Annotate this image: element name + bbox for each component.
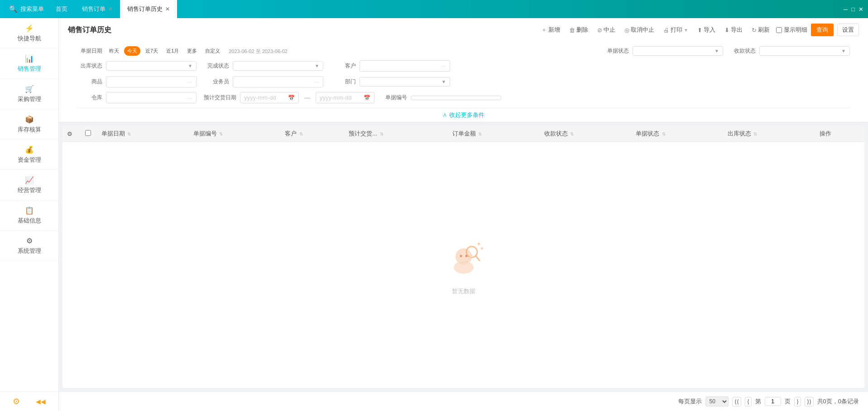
customer-filter-group: 客户 ··· <box>331 60 450 72</box>
tab-home[interactable]: 首页 <box>48 0 75 18</box>
sidebar-item-operations[interactable]: 📈 经营管理 <box>0 170 58 200</box>
collapse-sidebar-icon[interactable]: ◀◀ <box>36 398 46 405</box>
order-status-label: 单据状态 <box>604 47 629 55</box>
col-order-status[interactable]: 单据状态 ⇅ <box>631 126 723 142</box>
outbound-status-select[interactable]: ▼ <box>106 61 197 71</box>
sidebar-item-sys-mgmt[interactable]: ⚙ 系统管理 <box>0 231 58 261</box>
date-btn-last7[interactable]: 近7天 <box>142 46 161 56</box>
delete-button[interactable]: 🗑 删除 <box>566 24 591 36</box>
col-order-no[interactable]: 单据编号 ⇅ <box>189 126 281 142</box>
filter-row-3: 商品 ··· 业务员 ··· 部门 <box>77 76 850 87</box>
collapse-bar[interactable]: ∧ 收起更多条件 <box>77 108 850 122</box>
window-max-btn[interactable]: □ <box>851 6 855 13</box>
col-settings[interactable]: ⚙ <box>62 126 81 142</box>
settings-bottom-icon[interactable]: ⚙ <box>13 396 20 406</box>
customer-dots-icon: ··· <box>441 63 446 69</box>
delivery-date-to[interactable]: yyyy-mm-dd 📅 <box>316 92 374 103</box>
table-container: ⚙ 单据日期 ⇅ 单据编号 ⇅ <box>62 126 864 388</box>
product-label: 商品 <box>77 78 102 86</box>
settings-button[interactable]: 设置 <box>837 24 859 36</box>
select-all-checkbox[interactable] <box>85 130 91 136</box>
date-btn-yesterday[interactable]: 昨天 <box>106 46 122 56</box>
sidebar-item-sales-mgmt[interactable]: 📊 销售管理 <box>0 48 58 79</box>
product-input[interactable]: ··· <box>106 76 197 87</box>
tab-sales-order-history-close[interactable]: ✕ <box>165 6 170 12</box>
first-page-button[interactable]: ⟨⟨ <box>732 397 741 406</box>
sort-receipt-status-icon: ⇅ <box>570 131 574 136</box>
search-icon[interactable]: 🔍 <box>9 5 18 13</box>
sidebar-item-inventory[interactable]: 📦 库存核算 <box>0 109 58 140</box>
date-btn-last1m[interactable]: 近1月 <box>163 46 182 56</box>
tab-sales-order-close[interactable]: ✕ <box>108 6 113 12</box>
search-label[interactable]: 搜索菜单 <box>20 5 44 13</box>
col-expected-delivery[interactable]: 预计交货... ⇅ <box>344 126 447 142</box>
date-btn-today[interactable]: 今天 <box>124 46 140 56</box>
page-title-bar: 销售订单历史 ＋ 新增 🗑 删除 ⊘ 中止 ◎ <box>68 24 859 36</box>
warehouse-input[interactable]: ··· <box>106 92 197 103</box>
customer-input[interactable]: ··· <box>360 60 450 72</box>
purchase-mgmt-icon: 🛒 <box>25 84 34 93</box>
order-no-input[interactable] <box>411 96 501 100</box>
top-bar: 🔍 搜索菜单 首页 销售订单 ✕ 销售订单历史 ✕ ─ □ ✕ <box>0 0 868 18</box>
order-no-filter-group: 单据编号 <box>382 94 501 102</box>
svg-point-2 <box>460 255 462 257</box>
sidebar-item-quick-nav[interactable]: ⚡ 快捷导航 <box>0 18 58 48</box>
department-select[interactable]: ▼ <box>360 77 450 87</box>
per-page-label: 每页显示 <box>678 397 702 406</box>
col-order-amount[interactable]: 订单金额 ⇅ <box>448 126 540 142</box>
window-close-btn[interactable]: ✕ <box>858 6 863 13</box>
sort-order-status-icon: ⇅ <box>662 131 666 136</box>
salesperson-input[interactable]: ··· <box>233 76 323 87</box>
svg-line-5 <box>476 256 480 261</box>
col-settings-icon[interactable]: ⚙ <box>67 131 72 137</box>
date-btn-more[interactable]: 更多 <box>184 46 200 56</box>
inventory-icon: 📦 <box>25 115 34 124</box>
delivery-date-from[interactable]: yyyy-mm-dd 📅 <box>240 92 299 103</box>
empty-text: 暂无数据 <box>452 287 475 295</box>
new-button[interactable]: ＋ 新增 <box>538 24 563 36</box>
print-button[interactable]: 🖨 打印 ▼ <box>661 24 691 36</box>
completion-status-filter-group: 完成状态 ▼ <box>204 61 323 71</box>
page-header: 销售订单历史 ＋ 新增 🗑 删除 ⊘ 中止 ◎ <box>59 18 868 122</box>
date-filter-label: 单据日期 <box>77 47 102 55</box>
col-outbound-status[interactable]: 出库状态 ⇅ <box>723 126 815 142</box>
print-dropdown-icon: ▼ <box>684 28 688 33</box>
last-page-button[interactable]: ⟩⟩ <box>805 397 814 406</box>
display-detail-input[interactable] <box>776 27 782 33</box>
export-button[interactable]: ⬇ 导出 <box>722 24 745 36</box>
query-button[interactable]: 查询 <box>811 24 834 36</box>
display-detail-checkbox[interactable]: 显示明细 <box>776 26 807 34</box>
col-customer[interactable]: 客户 ⇅ <box>280 126 344 142</box>
receipt-status-select[interactable]: ▼ <box>759 46 850 56</box>
next-page-button[interactable]: ⟩ <box>794 397 801 406</box>
delivery-date-label: 预计交货日期 <box>204 94 236 102</box>
sidebar-item-purchase-mgmt[interactable]: 🛒 采购管理 <box>0 79 58 109</box>
page-number-input[interactable] <box>765 397 781 406</box>
tab-sales-order-history[interactable]: 销售订单历史 ✕ <box>120 0 177 18</box>
col-checkbox[interactable] <box>81 126 97 142</box>
completion-status-select[interactable]: ▼ <box>233 61 323 71</box>
import-icon: ⬆ <box>697 27 702 34</box>
delivery-date-filter-group: 预计交货日期 yyyy-mm-dd 📅 — yyyy-mm-dd 📅 <box>204 92 374 103</box>
refresh-button[interactable]: ↻ 刷新 <box>749 24 772 36</box>
page-label-after: 页 <box>785 397 791 406</box>
prev-page-button[interactable]: ⟨ <box>745 397 752 406</box>
per-page-select[interactable]: 50 10 20 100 <box>705 396 729 406</box>
filter-row-1: 单据日期 昨天 今天 近7天 近1月 更多 自定义 2023-06-02 至 2… <box>77 46 850 56</box>
import-button[interactable]: ⬆ 导入 <box>695 24 718 36</box>
pagination-bar: 每页显示 50 10 20 100 ⟨⟨ ⟨ 第 页 ⟩ ⟩⟩ 共0页，0条记录 <box>59 392 868 411</box>
cancel-stop-button[interactable]: ◎ 取消中止 <box>622 24 657 36</box>
window-min-btn[interactable]: ─ <box>844 6 848 13</box>
sidebar-item-finance[interactable]: 💰 资金管理 <box>0 140 58 170</box>
page-title: 销售订单历史 <box>68 25 111 35</box>
receipt-status-label: 收款状态 <box>730 47 756 55</box>
warehouse-filter-group: 仓库 ··· <box>77 92 197 103</box>
tab-sales-order[interactable]: 销售订单 ✕ <box>75 0 120 18</box>
order-no-label: 单据编号 <box>382 94 407 102</box>
col-receipt-status[interactable]: 收款状态 ⇅ <box>540 126 632 142</box>
col-date[interactable]: 单据日期 ⇅ <box>97 126 189 142</box>
sidebar-item-base-info[interactable]: 📋 基础信息 <box>0 200 58 231</box>
stop-button[interactable]: ⊘ 中止 <box>595 24 618 36</box>
date-btn-custom[interactable]: 自定义 <box>202 46 223 56</box>
order-status-select[interactable]: ▼ <box>633 46 723 56</box>
